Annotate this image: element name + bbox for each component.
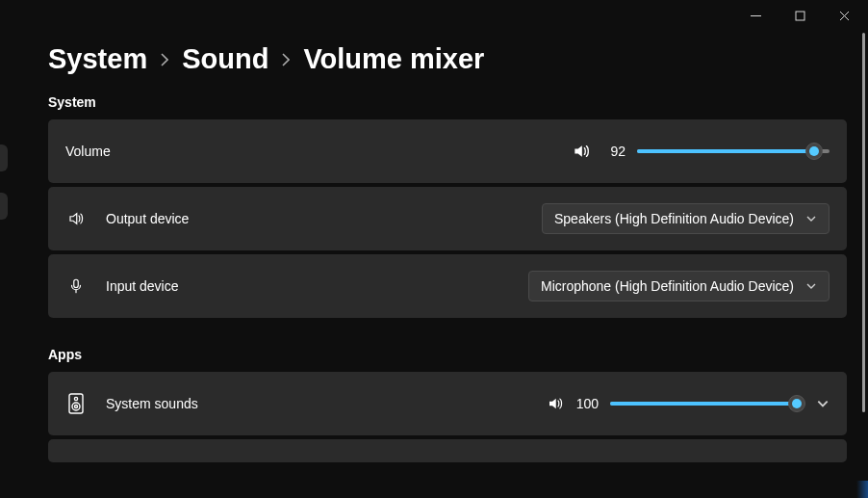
- section-label-system: System: [48, 94, 847, 110]
- input-device-label: Input device: [106, 278, 179, 294]
- partial-card: [48, 439, 847, 462]
- volume-card: Volume 92: [48, 119, 847, 183]
- maximize-icon: [795, 11, 805, 21]
- system-sounds-label: System sounds: [106, 396, 198, 411]
- left-edge-stub: [0, 193, 8, 220]
- svg-point-5: [75, 406, 78, 408]
- breadcrumb: System Sound Volume mixer: [48, 43, 847, 75]
- volume-slider[interactable]: [637, 142, 830, 161]
- close-button[interactable]: [822, 0, 866, 31]
- chevron-down-icon[interactable]: [816, 397, 830, 410]
- speaker-icon: [65, 210, 87, 227]
- minimize-icon: [751, 11, 761, 21]
- input-device-dropdown[interactable]: Microphone (High Definition Audio Device…: [528, 271, 830, 301]
- speaker-icon[interactable]: [547, 395, 564, 412]
- edge-glow: [856, 481, 868, 498]
- svg-point-4: [72, 403, 80, 410]
- chevron-right-icon: [161, 53, 168, 66]
- section-label-apps: Apps: [48, 347, 847, 362]
- output-device-dropdown[interactable]: Speakers (High Definition Audio Device): [542, 203, 830, 234]
- speaker-device-icon: [65, 393, 87, 414]
- slider-fill: [610, 402, 803, 406]
- volume-label: Volume: [65, 144, 111, 159]
- title-bar: [0, 0, 868, 31]
- system-sounds-value: 100: [575, 396, 599, 411]
- chevron-down-icon: [805, 213, 817, 224]
- svg-rect-0: [796, 12, 804, 20]
- page-title: Volume mixer: [303, 43, 484, 75]
- svg-point-3: [74, 397, 77, 400]
- left-edge-stub: [0, 144, 8, 171]
- slider-fill: [637, 149, 814, 153]
- slider-thumb[interactable]: [788, 395, 805, 412]
- volume-value: 92: [602, 144, 625, 159]
- output-device-selected: Speakers (High Definition Audio Device): [554, 211, 794, 226]
- minimize-button[interactable]: [733, 0, 778, 31]
- system-sounds-slider[interactable]: [610, 394, 803, 413]
- breadcrumb-sound[interactable]: Sound: [182, 43, 268, 75]
- microphone-icon: [65, 277, 87, 295]
- scrollbar-thumb[interactable]: [862, 33, 865, 412]
- svg-rect-1: [74, 279, 79, 287]
- system-sounds-card[interactable]: System sounds 100: [48, 372, 847, 435]
- slider-thumb[interactable]: [805, 143, 823, 160]
- close-icon: [839, 11, 850, 21]
- output-device-card: Output device Speakers (High Definition …: [48, 187, 847, 250]
- scrollbar[interactable]: [861, 33, 866, 496]
- chevron-right-icon: [282, 53, 290, 66]
- maximize-button[interactable]: [778, 0, 822, 31]
- speaker-icon[interactable]: [572, 142, 591, 161]
- input-device-card: Input device Microphone (High Definition…: [48, 254, 847, 318]
- output-device-label: Output device: [106, 211, 189, 226]
- input-device-selected: Microphone (High Definition Audio Device…: [541, 278, 794, 294]
- breadcrumb-system[interactable]: System: [48, 43, 147, 75]
- chevron-down-icon: [805, 280, 817, 292]
